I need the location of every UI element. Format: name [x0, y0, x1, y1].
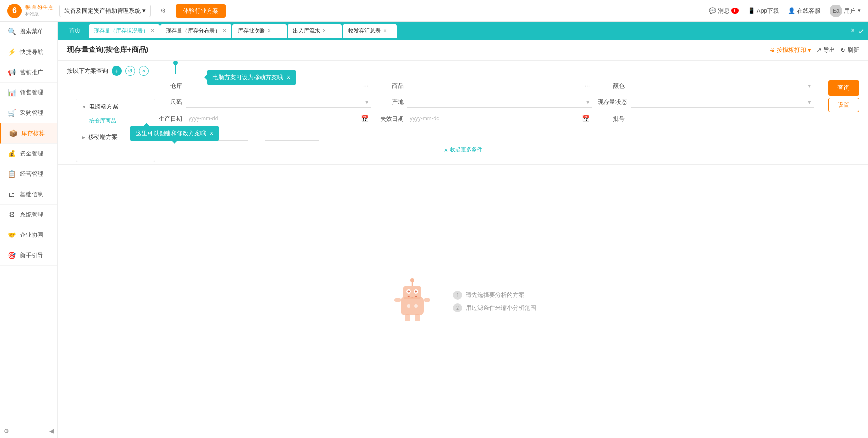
user-chevron-icon: ▾	[858, 7, 861, 14]
triangle-icon: ▼	[82, 104, 86, 109]
tab-expand-icon[interactable]: ⤢	[859, 27, 864, 35]
tab-collect-report[interactable]: 收发存汇总表 ×	[343, 24, 397, 38]
sidebar-label-system: 系统管理	[20, 211, 43, 219]
tab-close-collect-report[interactable]: ×	[383, 28, 387, 34]
sidebar-label-marketing: 营销推广	[20, 68, 43, 76]
search-button[interactable]: 查询	[828, 80, 859, 96]
triangle-mobile-icon: ▶	[82, 135, 85, 140]
sidebar-item-enterprise[interactable]: 🤝 企业协同	[0, 225, 57, 245]
sidebar-item-purchase[interactable]: 🛒 采购管理	[0, 103, 57, 123]
main-content: 1 请先选择要分析的方案 2 用过滤条件来缩小分析范围	[58, 165, 868, 438]
message-button[interactable]: 💬 消息 6	[709, 7, 739, 15]
template-print-button[interactable]: 🖨 按模板打印 ▾	[769, 46, 811, 54]
origin-select[interactable]: ▾	[407, 97, 593, 108]
tip-num-1: 1	[453, 291, 462, 300]
tooltip-scheme-switch: 电脑方案可设为移动方案哦 ×	[207, 70, 296, 85]
handshake-icon: 🤝	[7, 231, 16, 240]
more-dots-icon: ···	[363, 82, 368, 89]
filter-header: 按以下方案查询 + ↺ « 电脑方案可设为移动方案哦 ×	[67, 66, 859, 76]
empty-tip-1: 1 请先选择要分析的方案	[453, 291, 536, 300]
color-dropdown-icon: ▾	[808, 82, 811, 89]
tab-close-batch-account[interactable]: ×	[268, 28, 271, 34]
collapse-row: ∧ 收起更多条件	[67, 144, 859, 155]
export-button[interactable]: ↗ 导出	[816, 46, 835, 54]
tab-close-inventory-dist[interactable]: ×	[223, 28, 226, 34]
tooltip1-close-icon[interactable]: ×	[287, 74, 290, 81]
sidebar-item-basic-info[interactable]: 🗂 基础信息	[0, 184, 57, 205]
set-button[interactable]: 设置	[828, 98, 859, 112]
logo-area: 6 畅通·好生意 标准版	[7, 4, 54, 18]
batch-no-input[interactable]	[628, 113, 814, 124]
scheme-desktop[interactable]: ▼ 电脑端方案	[76, 99, 155, 114]
sidebar-item-assets[interactable]: 💰 资金管理	[0, 144, 57, 164]
sidebar-item-inventory[interactable]: 📦 库存核算	[0, 123, 57, 144]
app-download-button[interactable]: 📱 App下载	[748, 7, 779, 15]
sidebar-collapse-icon[interactable]: ◀	[49, 428, 54, 434]
filter-back-button[interactable]: «	[139, 66, 149, 76]
filter-origin: 产地 ▾	[377, 97, 593, 108]
filter-row-4: 现存量（主） —	[155, 130, 814, 141]
tab-close-all-icon[interactable]: ×	[851, 27, 855, 35]
color-label: 颜色	[598, 82, 625, 90]
settings-button[interactable]: ⚙	[156, 4, 170, 18]
user-menu[interactable]: Ea 用户 ▾	[830, 5, 861, 17]
svg-rect-10	[405, 314, 410, 321]
size-select[interactable]: ▾	[186, 97, 371, 108]
sidebar-label-quick-nav: 快捷导航	[20, 48, 43, 56]
sidebar-item-guide[interactable]: 🎯 新手引导	[0, 245, 57, 266]
sidebar-item-operations[interactable]: 📋 经营管理	[0, 164, 57, 184]
message-icon: 💬	[709, 7, 716, 14]
svg-rect-9	[424, 298, 430, 302]
filter-size: 尺码 ▾	[155, 97, 371, 108]
brand-tag: 标准版	[25, 11, 54, 17]
refresh-button[interactable]: ↻ 刷新	[840, 46, 859, 54]
goods-select[interactable]: ···	[407, 80, 593, 91]
logo-icon: 6	[7, 4, 22, 18]
sidebar-item-marketing[interactable]: 📢 营销推广	[0, 62, 57, 83]
sidebar-settings-icon[interactable]: ⚙	[4, 428, 9, 434]
sidebar-label-operations: 经营管理	[20, 170, 43, 178]
sidebar: 🔍 搜索菜单 ⚡ 快捷导航 📢 营销推广 📊 销售管理 🛒 采购管理 📦	[0, 22, 58, 438]
warehouse-label: 仓库	[155, 82, 182, 90]
expire-date-label: 失效日期	[377, 115, 404, 123]
produce-date-input[interactable]: yyyy-mm-dd 📅	[186, 113, 371, 124]
tooltip-scheme-create: 这里可以创建和修改方案哦 ×	[130, 126, 219, 141]
empty-tip-2: 2 用过滤条件来缩小分析范围	[453, 303, 536, 312]
online-service-button[interactable]: 👤 在线客服	[788, 7, 821, 15]
brand-name: 畅通·好生意	[25, 4, 54, 11]
stock-main-to-input[interactable]	[265, 130, 319, 141]
experience-button[interactable]: 体验行业方案	[176, 4, 226, 18]
collapse-button[interactable]: ∧ 收起更多条件	[444, 146, 482, 154]
tab-close-in-out-flow[interactable]: ×	[323, 28, 326, 34]
system-selector[interactable]: 装备及固定资产辅助管理系统 ▾	[59, 5, 151, 17]
tab-inventory-status[interactable]: 现存量（库存状况表） ×	[89, 24, 160, 38]
svg-rect-11	[415, 314, 420, 321]
tab-inventory-dist[interactable]: 现存量（库存分布表） ×	[160, 24, 231, 38]
print-icon: 🖨	[769, 47, 775, 53]
expire-date-input[interactable]: yyyy-mm-dd 📅	[407, 113, 593, 124]
sidebar-item-sales[interactable]: 📊 销售管理	[0, 83, 57, 103]
filter-stock-status: 现存量状态 ▾	[598, 97, 814, 108]
tab-home[interactable]: 首页	[61, 24, 88, 38]
color-select[interactable]: ▾	[628, 80, 814, 91]
filter-refresh-button[interactable]: ↺	[125, 66, 135, 76]
box-icon: 📦	[9, 129, 18, 138]
filter-batch-no: 批号	[598, 113, 814, 124]
tooltip2-close-icon[interactable]: ×	[210, 130, 213, 137]
target-icon: 🎯	[7, 251, 16, 260]
filter-add-button[interactable]: +	[112, 66, 122, 76]
sidebar-item-system[interactable]: ⚙ 系统管理	[0, 205, 57, 225]
goods-label: 商品	[377, 82, 404, 90]
svg-rect-0	[401, 297, 424, 315]
filter-fields: 仓库 ··· 商品 ···	[155, 80, 859, 144]
tab-batch-account[interactable]: 库存批次账 ×	[232, 24, 287, 38]
tab-in-out-flow[interactable]: 出入库流水 ×	[288, 24, 342, 38]
service-icon: 👤	[788, 7, 795, 14]
tab-close-inventory-status[interactable]: ×	[151, 28, 154, 34]
sidebar-label-purchase: 采购管理	[20, 109, 43, 117]
chevron-down-icon: ▾	[142, 7, 146, 14]
stock-status-select[interactable]: ▾	[631, 97, 814, 108]
filter-area: 按以下方案查询 + ↺ « 电脑方案可设为移动方案哦 ×	[58, 61, 868, 165]
sidebar-item-search[interactable]: 🔍 搜索菜单	[0, 22, 57, 42]
sidebar-item-quick-nav[interactable]: ⚡ 快捷导航	[0, 42, 57, 62]
